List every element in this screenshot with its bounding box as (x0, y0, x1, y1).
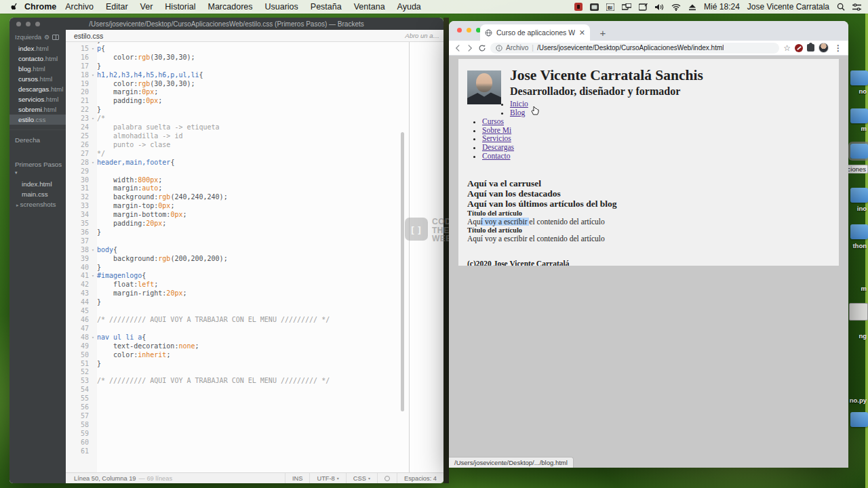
code-line[interactable]: 50 ▾ color:inherit; (66, 351, 443, 360)
menubar-item[interactable]: Ventana (354, 2, 385, 12)
brackets-traffic-lights[interactable] (16, 22, 40, 26)
code-line[interactable]: 55 ▾ (66, 394, 443, 403)
project-dropdown[interactable]: Primeros Pasos ▾ (9, 146, 66, 179)
sidebar-file-item[interactable]: blog.html (9, 64, 66, 74)
desktop-folder-icon[interactable] (850, 224, 868, 239)
code-line[interactable]: 38 ▾ body{ (66, 246, 443, 255)
displays-icon[interactable] (622, 3, 631, 11)
code-line[interactable]: 51 ▾ } (66, 360, 443, 369)
tablet-input-icon[interactable] (639, 3, 648, 11)
sidebar-file-item[interactable]: servicios.html (9, 94, 66, 104)
status-app-icon-tv[interactable] (590, 3, 599, 11)
sidebar-panel-label-right[interactable]: Derecha (9, 129, 66, 146)
nav-link[interactable]: Blog (510, 108, 525, 117)
apple-menu-icon[interactable] (11, 2, 19, 12)
menubar-item[interactable]: Historial (165, 2, 195, 12)
code-line[interactable]: 56 ▾ (66, 403, 443, 412)
fold-arrow-icon[interactable]: ▾ (89, 115, 97, 123)
code-line[interactable]: 44 ▾ } (66, 298, 443, 307)
code-editor[interactable]: 14 ▾ } 15 ▾ p{ 16 (66, 42, 443, 472)
code-line[interactable]: 34 ▾ margin-bottom:0px; (66, 211, 443, 220)
address-bar[interactable]: Archivo | /Users/josevicente/Desktop/Cur… (490, 43, 779, 54)
code-line[interactable]: 26 ▾ punto -> clase (66, 141, 443, 150)
code-line[interactable]: 36 ▾ } (66, 228, 443, 237)
back-button[interactable] (454, 44, 462, 52)
code-line[interactable]: 39 ▾ background:rgb(200,200,200); (66, 255, 443, 264)
code-line[interactable]: 42 ▾ float:left; (66, 281, 443, 289)
code-line[interactable]: 40 ▾ } (66, 264, 443, 272)
chrome-menu-icon[interactable]: ⋮ (833, 43, 844, 53)
fold-arrow-icon[interactable]: ▾ (89, 333, 97, 342)
sidebar-file-item[interactable]: index.html (9, 43, 66, 54)
code-line[interactable]: 17 ▾ } (66, 62, 443, 71)
tree-file-item[interactable]: ▸main.css (9, 189, 66, 199)
nav-link[interactable]: Servicios (482, 134, 511, 142)
new-tab-button[interactable]: + (597, 26, 609, 39)
tree-file-item[interactable]: ▸index.html (9, 179, 66, 189)
fold-arrow-icon[interactable]: ▾ (89, 71, 97, 80)
code-line[interactable]: 28 ▾ header,main,footer{ (66, 159, 443, 167)
code-line[interactable]: 53 ▾ /* ///////// AQUI VOY A TRABAJAR CO… (66, 377, 443, 386)
fold-arrow-icon[interactable]: ▾ (89, 246, 97, 255)
desktop-folder-icon[interactable] (850, 412, 868, 427)
editor-file-header[interactable]: estilo.css Abro un a… (66, 30, 443, 42)
zoom-window-icon[interactable] (35, 22, 40, 26)
code-line[interactable]: 25 ▾ almohadilla -> id (66, 132, 443, 141)
fold-arrow-icon[interactable]: ▾ (89, 45, 97, 54)
close-tab-icon[interactable]: ✕ (579, 29, 585, 36)
gear-icon[interactable]: ⚙ (44, 34, 50, 41)
menubar-item[interactable]: Marcadores (208, 2, 253, 12)
code-line[interactable]: 29 ▾ (66, 167, 443, 176)
code-line[interactable]: 19 ▾ color:rgb(30,30,30); (66, 80, 443, 89)
code-line[interactable]: 41 ▾ #imagenlogo{ (66, 272, 443, 281)
fold-arrow-icon[interactable]: ▾ (89, 272, 97, 281)
code-line[interactable]: 61 ▾ (66, 447, 443, 456)
menubar-item[interactable]: Usuarios (265, 2, 298, 12)
menubar-clock[interactable]: Mié 18:24 (704, 2, 740, 12)
code-line[interactable]: 32 ▾ background:rgb(240,240,240); (66, 193, 443, 202)
code-line[interactable]: 30 ▾ width:800px; (66, 176, 443, 185)
nav-link[interactable]: Cursos (482, 117, 504, 125)
code-line[interactable]: 24 ▾ palabra suelta -> etiqueta (66, 123, 443, 132)
menubar-user-name[interactable]: Jose Vicente Carratala (747, 2, 829, 12)
code-line[interactable]: 27 ▾ */ (66, 150, 443, 159)
menubar-item[interactable]: Ver (140, 2, 153, 12)
fold-arrow-icon[interactable]: ▾ (89, 159, 97, 167)
close-window-icon[interactable] (16, 22, 21, 26)
chrome-tabstrip[interactable]: Curso de aplicaciones Web ✕ + (449, 21, 848, 41)
code-line[interactable]: 60 ▾ (66, 439, 443, 447)
profile-avatar[interactable] (818, 43, 829, 53)
nav-link[interactable]: Sobre Mi (482, 126, 511, 134)
brackets-titlebar[interactable]: /Users/josevicente/Desktop/CursoAplicaci… (9, 18, 443, 30)
menubar-item[interactable]: Archivo (65, 2, 94, 12)
sidebar-file-item[interactable]: contacto.html (9, 54, 66, 64)
code-line[interactable]: 54 ▾ (66, 386, 443, 394)
code-line[interactable]: 16 ▾ color:rgb(30,30,30); (66, 54, 443, 62)
code-line[interactable]: 58 ▾ (66, 421, 443, 430)
menubar-item[interactable]: Editar (106, 2, 128, 12)
indent-setting[interactable]: Espacios: 4 (397, 473, 443, 483)
chrome-traffic-lights[interactable] (457, 28, 481, 33)
code-line[interactable]: 33 ▾ margin-top:0px; (66, 202, 443, 211)
tree-file-item[interactable]: ▸screenshots (9, 199, 66, 209)
desktop-folder-icon-selected[interactable] (850, 144, 868, 159)
code-line[interactable]: 31 ▾ margin:auto; (66, 184, 443, 193)
code-line[interactable]: 21 ▾ padding:0px; (66, 97, 443, 106)
nav-link[interactable]: Descargas (482, 143, 514, 151)
forward-button[interactable] (466, 44, 474, 52)
code-line[interactable]: 15 ▾ p{ (66, 45, 443, 54)
bookmark-star-icon[interactable]: ☆ (783, 43, 791, 53)
nav-link[interactable]: Contacto (482, 152, 511, 160)
sidebar-file-item[interactable]: estilo.css (9, 115, 66, 125)
spotlight-search-icon[interactable] (837, 3, 845, 11)
minimize-window-icon[interactable] (467, 28, 471, 33)
editor-right-pane[interactable] (409, 42, 443, 472)
volume-icon[interactable] (655, 3, 664, 11)
menubar-item[interactable]: Ayuda (397, 2, 421, 12)
code-line[interactable]: 18 ▾ h1,h2,h3,h4,h5,h6,p,ul,li{ (66, 71, 443, 80)
menubar-app-name[interactable]: Chrome (24, 2, 56, 12)
status-app-icon-red[interactable] (574, 3, 583, 11)
reload-button[interactable] (478, 44, 486, 52)
wifi-icon[interactable] (671, 3, 681, 11)
code-line[interactable]: 59 ▾ (66, 430, 443, 439)
